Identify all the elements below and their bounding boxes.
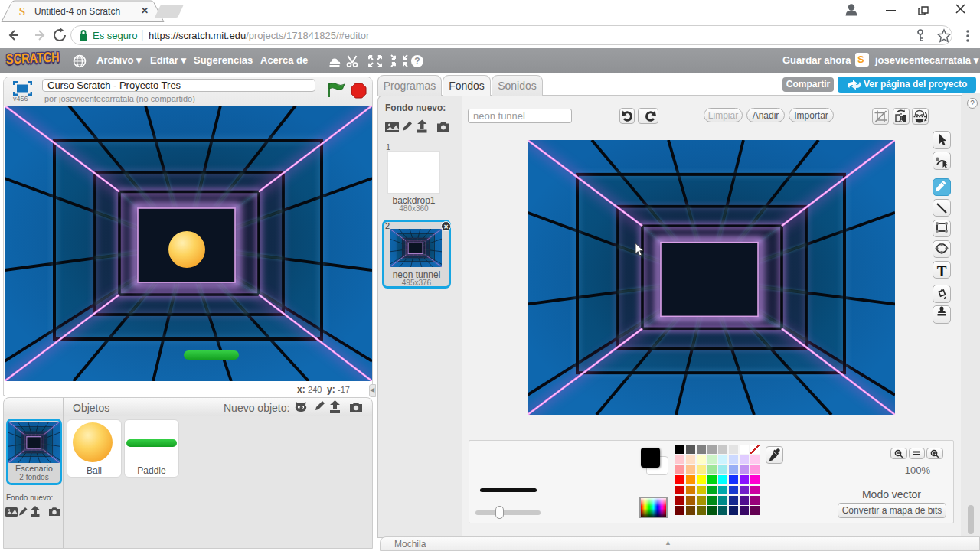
svg-text:S: S <box>19 5 25 18</box>
svg-text:?: ? <box>414 56 420 67</box>
svg-text:T: T <box>936 263 946 279</box>
